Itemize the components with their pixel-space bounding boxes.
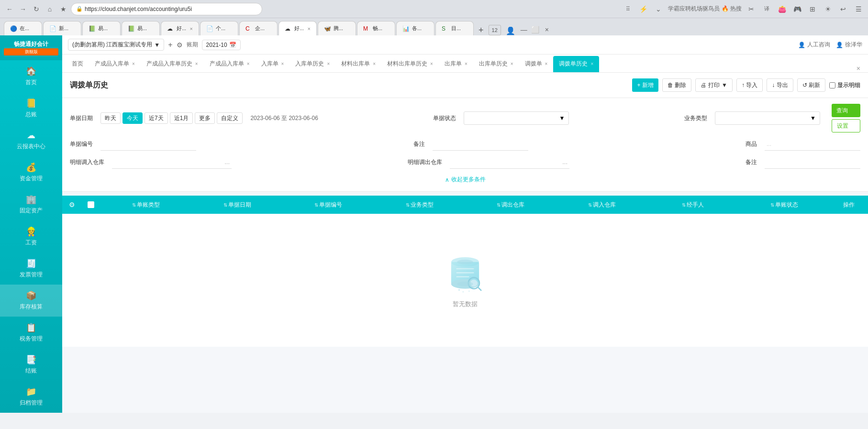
browser-tab-3[interactable]: 📗 易... bbox=[82, 21, 121, 35]
tab-finished-in[interactable]: 产成品入库单 × bbox=[89, 56, 141, 72]
tab-transfer[interactable]: 调拨单 × bbox=[519, 56, 554, 72]
settings-icon[interactable]: ☰ bbox=[853, 3, 864, 15]
close-btn[interactable]: × bbox=[541, 24, 553, 35]
minimize-btn[interactable]: — bbox=[518, 24, 530, 35]
th-checkbox[interactable] bbox=[81, 201, 100, 208]
more-menu[interactable]: ⌄ bbox=[653, 3, 664, 15]
tab-material-out-close[interactable]: × bbox=[373, 61, 376, 66]
new-tab-btn[interactable]: + bbox=[475, 25, 488, 35]
tab-in-order-close[interactable]: × bbox=[281, 61, 284, 66]
tab-material-out[interactable]: 材料出库单 × bbox=[335, 56, 381, 72]
sidebar-item-home[interactable]: 🏠 首页 bbox=[0, 60, 62, 92]
th-gear[interactable]: ⚙ bbox=[62, 201, 81, 209]
tab-finished-in-history[interactable]: 产成品入库单历史 × bbox=[141, 56, 204, 72]
nav-star[interactable]: ★ bbox=[57, 3, 69, 15]
filter-settings-btn[interactable]: 设置 bbox=[832, 119, 860, 132]
browser-tab-2[interactable]: 📄 新... bbox=[43, 21, 81, 35]
theme-icon[interactable]: ☀ bbox=[822, 3, 834, 15]
date-7days[interactable]: 近7天 bbox=[145, 112, 168, 124]
more-btn[interactable]: ⚡ bbox=[637, 3, 649, 15]
company-selector[interactable]: (勿删勿篡用) 江西服宝测试专用 ▼ bbox=[68, 39, 164, 51]
th-doc-type[interactable]: ⇅ 单账类型 bbox=[100, 201, 192, 209]
tab5-close[interactable]: × bbox=[190, 26, 193, 32]
in-warehouse-more[interactable]: ... bbox=[224, 158, 230, 165]
tab-transfer-history-close[interactable]: × bbox=[590, 61, 593, 66]
browser-tab-1[interactable]: 🔵 在... bbox=[4, 21, 42, 35]
browser-tab-12[interactable]: S 目... bbox=[435, 21, 474, 35]
cut-icon[interactable]: ✂ bbox=[746, 3, 757, 15]
nav-forward[interactable]: → bbox=[17, 3, 29, 15]
nav-home[interactable]: ⌂ bbox=[44, 3, 56, 15]
search-bar[interactable]: 学霸应聘机场驱鸟员 🔥 热搜 bbox=[668, 5, 742, 13]
tab-finished-in-close[interactable]: × bbox=[132, 61, 135, 66]
extensions-btn[interactable]: ⠿ bbox=[622, 3, 634, 15]
sidebar-item-closeaccount[interactable]: 📑 结账 bbox=[0, 349, 62, 381]
period-selector[interactable]: 2021-10 📅 bbox=[202, 40, 241, 50]
tab-finished-in2-close[interactable]: × bbox=[247, 61, 250, 66]
browser-tab-9[interactable]: 🦋 腾... bbox=[318, 21, 356, 35]
sidebar-item-archive[interactable]: 📁 归档管理 bbox=[0, 381, 62, 413]
sidebar-item-ledger[interactable]: 📒 总账 bbox=[0, 92, 62, 124]
tab-out-history-close[interactable]: × bbox=[511, 61, 513, 66]
wallet-icon[interactable]: 👛 bbox=[776, 3, 788, 15]
user-btn[interactable]: 👤 徐泽华 bbox=[836, 41, 862, 49]
sidebar-item-tax[interactable]: 📋 税务管理 bbox=[0, 317, 62, 349]
browser-tab-11[interactable]: 📊 各... bbox=[396, 21, 434, 35]
out-warehouse-input[interactable]: ... bbox=[450, 155, 569, 169]
browser-tab-5[interactable]: ☁ 好... × bbox=[161, 21, 199, 35]
tab-transfer-close[interactable]: × bbox=[545, 61, 548, 66]
tab-in-history-close[interactable]: × bbox=[327, 61, 330, 66]
status-select[interactable]: ▼ bbox=[464, 111, 569, 125]
service-btn[interactable]: 👤 人工咨询 bbox=[798, 41, 830, 49]
refresh-btn[interactable]: ↺ 刷新 bbox=[797, 78, 825, 92]
goods-input[interactable]: ... bbox=[765, 137, 860, 151]
date-today[interactable]: 今天 bbox=[122, 112, 143, 124]
tab-home[interactable]: 首页 bbox=[66, 56, 89, 72]
maximize-btn[interactable]: ⬜ bbox=[530, 24, 541, 35]
collapse-btn[interactable]: ∧ 收起更多条件 bbox=[445, 176, 486, 184]
tab-count[interactable]: 12 bbox=[489, 25, 501, 35]
in-warehouse-input[interactable]: ... bbox=[112, 155, 232, 169]
date-yesterday[interactable]: 昨天 bbox=[100, 112, 121, 124]
remark-input[interactable] bbox=[433, 137, 528, 151]
note-input[interactable] bbox=[765, 155, 860, 169]
sidebar-item-capital[interactable]: 💰 资金管理 bbox=[0, 156, 62, 188]
browser-tab-10[interactable]: M 畅... bbox=[357, 21, 395, 35]
type-select[interactable]: ▼ bbox=[715, 111, 820, 125]
th-status[interactable]: ⇅ 单账状态 bbox=[739, 201, 830, 209]
nav-refresh[interactable]: ↻ bbox=[31, 3, 42, 15]
address-bar[interactable]: 🔒 https://cloud.chanjet.com/accounting/u… bbox=[71, 3, 262, 15]
display-checkbox[interactable] bbox=[829, 82, 835, 88]
company-settings-btn[interactable]: ⚙ bbox=[177, 41, 183, 49]
tab-out-order[interactable]: 出库单 × bbox=[439, 56, 473, 72]
apps-icon[interactable]: ⊞ bbox=[807, 3, 818, 15]
th-doc-no[interactable]: ⇅ 单据编号 bbox=[283, 201, 374, 209]
tab-in-order[interactable]: 入库单 × bbox=[256, 56, 290, 72]
browser-tab-4[interactable]: 📗 易... bbox=[122, 21, 160, 35]
delete-btn[interactable]: 🗑 删除 bbox=[662, 78, 691, 92]
th-in-warehouse[interactable]: ⇅ 调入仓库 bbox=[556, 201, 648, 209]
sidebar-item-inventory[interactable]: 📦 库存核算 bbox=[0, 285, 62, 317]
docno-input[interactable] bbox=[100, 137, 196, 151]
game-icon[interactable]: 🎮 bbox=[791, 3, 803, 15]
tab-in-history[interactable]: 入库单历史 × bbox=[289, 56, 335, 72]
print-btn[interactable]: 🖨 打印 ▼ bbox=[695, 78, 733, 92]
nav-back[interactable]: ← bbox=[4, 3, 15, 15]
date-1month[interactable]: 近1月 bbox=[170, 112, 193, 124]
tab-out-history[interactable]: 出库单历史 × bbox=[473, 56, 519, 72]
date-more[interactable]: 更多 bbox=[195, 112, 215, 124]
tab-out-order-close[interactable]: × bbox=[465, 61, 467, 66]
th-out-warehouse[interactable]: ⇅ 调出仓库 bbox=[465, 201, 556, 209]
new-btn[interactable]: + 新增 bbox=[632, 78, 658, 92]
sidebar-item-invoice[interactable]: 🧾 发票管理 bbox=[0, 253, 62, 285]
export-btn[interactable]: ↓ 导出 bbox=[767, 78, 793, 92]
browser-tab-6[interactable]: 📄 个... bbox=[200, 21, 238, 35]
tab-material-out-history-close[interactable]: × bbox=[430, 61, 433, 66]
sidebar-item-fixed-assets[interactable]: 🏢 固定资产 bbox=[0, 188, 62, 220]
translate-icon[interactable]: 译 bbox=[761, 3, 772, 15]
th-handler[interactable]: ⇅ 经手人 bbox=[647, 201, 739, 209]
add-company-btn[interactable]: + bbox=[168, 41, 172, 49]
tab-finished-in-history-close[interactable]: × bbox=[195, 61, 198, 66]
th-biz-type[interactable]: ⇅ 业务类型 bbox=[374, 201, 466, 209]
tab-transfer-history[interactable]: 调拨单历史 × bbox=[553, 56, 599, 72]
